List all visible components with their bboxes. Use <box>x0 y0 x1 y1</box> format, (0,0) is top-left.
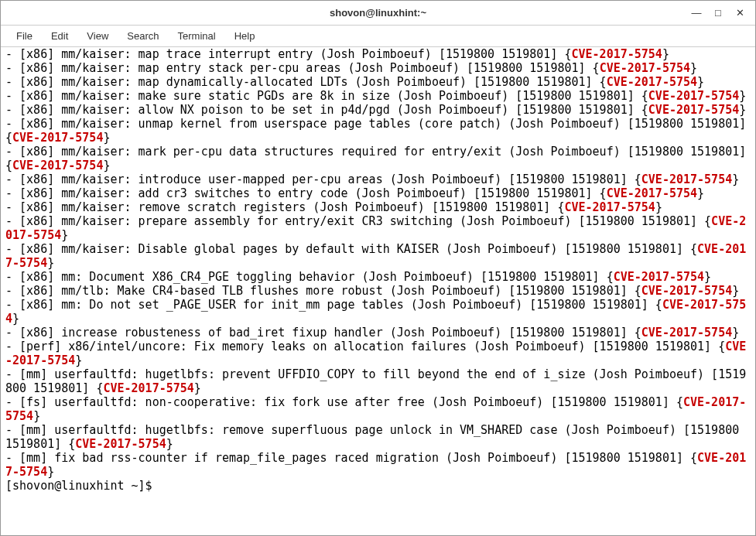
cve-id: CVE-2017-5754 <box>564 200 655 214</box>
shell-prompt[interactable]: [shovon@linuxhint ~]$ <box>5 479 159 493</box>
output-line: - [mm] userfaultfd: hugetlbfs: prevent U… <box>5 367 746 395</box>
output-line: - [x86] mm/kaiser: map dynamically-alloc… <box>5 75 704 89</box>
cve-id: CVE-2017-5754 <box>572 47 662 61</box>
output-line: - [fs] userfaultfd: non-cooperative: fix… <box>5 395 746 423</box>
maximize-button[interactable]: □ <box>707 4 729 22</box>
cve-id: CVE-2017-5754 <box>5 242 746 270</box>
cve-id: CVE-2017-5754 <box>607 75 697 89</box>
menu-search[interactable]: Search <box>118 27 168 45</box>
output-line: - [x86] mm/kaiser: map trace interrupt e… <box>5 47 669 61</box>
output-line: - [x86] mm: Document X86_CR4_PGE togglin… <box>5 270 711 284</box>
output-line: - [x86] mm/kaiser: remove scratch regist… <box>5 200 662 214</box>
cve-id: CVE-2017-5754 <box>641 326 732 340</box>
cve-id: CVE-2017-5754 <box>5 340 746 367</box>
cve-id: CVE-2017-5754 <box>5 395 746 423</box>
minimize-button[interactable]: — <box>686 4 707 22</box>
output-line: - [mm] fix bad rss-counter if remap_file… <box>5 451 746 479</box>
cve-id: CVE-2017-5754 <box>614 270 704 284</box>
menu-file[interactable]: File <box>7 27 42 45</box>
output-line: - [x86] mm/kaiser: Disable global pages … <box>5 242 746 270</box>
cve-id: CVE-2017-5754 <box>75 437 166 451</box>
menu-edit[interactable]: Edit <box>42 27 77 45</box>
window-controls: — □ ✕ <box>686 4 751 22</box>
output-line: - [x86] mm/kaiser: mark per-cpu data str… <box>5 145 753 172</box>
titlebar: shovon@linuxhint:~ — □ ✕ <box>1 1 755 26</box>
cve-id: CVE-2017-5754 <box>5 298 746 326</box>
terminal-output[interactable]: - [x86] mm/kaiser: map trace interrupt e… <box>1 47 755 535</box>
cve-id: CVE-2017-5754 <box>5 214 746 242</box>
cve-id: CVE-2017-5754 <box>648 103 739 117</box>
menu-terminal[interactable]: Terminal <box>169 27 225 45</box>
cve-id: CVE-2017-5754 <box>607 186 697 200</box>
cve-id: CVE-2017-5754 <box>12 131 103 145</box>
output-line: - [x86] mm: Do not set _PAGE_USER for in… <box>5 298 746 326</box>
cve-id: CVE-2017-5754 <box>641 172 732 186</box>
cve-id: CVE-2017-5754 <box>103 381 193 395</box>
cve-id: CVE-2017-5754 <box>648 89 739 103</box>
menubar: File Edit View Search Terminal Help <box>1 26 755 47</box>
cve-id: CVE-2017-5754 <box>12 159 103 172</box>
cursor <box>159 481 166 493</box>
output-line: - [x86] increase robusteness of bad_iret… <box>5 326 739 340</box>
menu-view[interactable]: View <box>77 27 118 45</box>
output-line: - [x86] mm/kaiser: add cr3 switches to e… <box>5 186 704 200</box>
output-line: - [x86] mm/tlb: Make CR4-based TLB flush… <box>5 284 739 298</box>
output-line: - [mm] userfaultfd: hugetlbfs: remove su… <box>5 423 746 451</box>
output-line: - [x86] mm/kaiser: introduce user-mapped… <box>5 172 739 186</box>
menu-help[interactable]: Help <box>225 27 265 45</box>
output-line: - [x86] mm/kaiser: allow NX poison to be… <box>5 103 746 117</box>
output-line: - [perf] x86/intel/uncore: Fix memory le… <box>5 340 746 367</box>
cve-id: CVE-2017-5754 <box>641 284 732 298</box>
cve-id: CVE-2017-5754 <box>5 451 746 479</box>
window-title: shovon@linuxhint:~ <box>330 7 426 19</box>
output-line: - [x86] mm/kaiser: make sure static PGDs… <box>5 89 746 103</box>
output-line: - [x86] mm/kaiser: unmap kernel from use… <box>5 117 753 145</box>
output-line: - [x86] mm/kaiser: map entry stack per-c… <box>5 61 697 75</box>
output-line: - [x86] mm/kaiser: prepare assembly for … <box>5 214 746 242</box>
close-button[interactable]: ✕ <box>729 4 751 22</box>
cve-id: CVE-2017-5754 <box>600 61 690 75</box>
